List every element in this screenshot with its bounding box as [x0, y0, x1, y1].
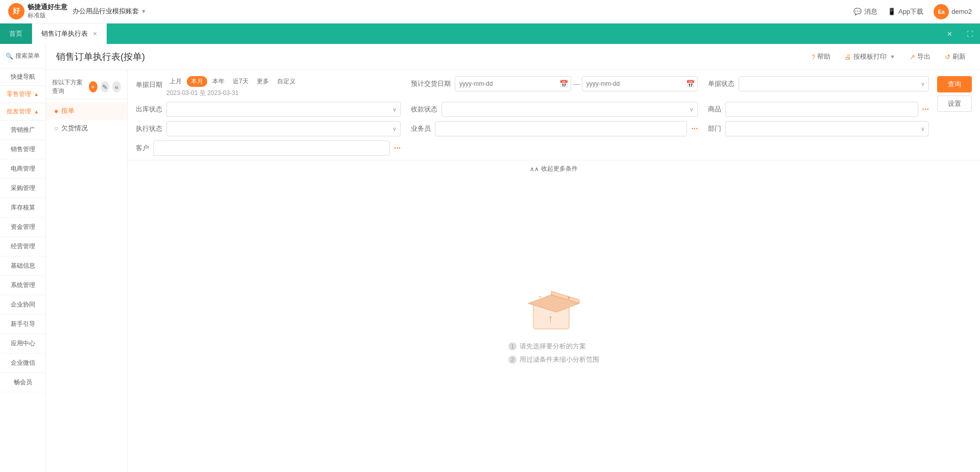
sidebar-item-vip-member[interactable]: 畅会员	[0, 373, 45, 392]
help-btn[interactable]: ? 帮助	[807, 50, 835, 63]
sidebar-item-marketing[interactable]: 营销推广	[0, 121, 45, 140]
date-btn-custom[interactable]: 自定义	[274, 76, 299, 87]
forecast-date-start-wrap: 📅	[455, 76, 571, 91]
goods-label: 商品	[708, 105, 721, 114]
settings-btn[interactable]: 设置	[937, 96, 972, 112]
page-body-wrapper: 按以下方案查询 + ✎ « ● 按单 ○ 欠货情况	[46, 70, 980, 472]
sidebar-item-ecommerce-mgmt[interactable]: 电商管理	[0, 159, 45, 179]
date-btn-more[interactable]: 更多	[254, 76, 272, 87]
sidebar-item-quick-nav[interactable]: 快捷导航	[0, 68, 45, 86]
tab-home[interactable]: 首页	[0, 23, 32, 44]
message-icon: 💬	[853, 8, 862, 15]
customer-field: 客户 ···	[136, 140, 401, 156]
goods-dots-btn[interactable]: ···	[922, 105, 929, 114]
delivery-status-field: 出库状态 ∨	[136, 102, 401, 117]
single-date-field: 单据日期 上月 本月 本年 近7天 更多 自定义	[136, 76, 401, 98]
empty-tips: 1 请先选择要分析的方案 2 用过滤条件来缩小分析范围	[508, 342, 599, 364]
sidebar-item-ops-mgmt[interactable]: 经营管理	[0, 237, 45, 256]
customer-dots-btn[interactable]: ···	[394, 144, 401, 153]
sidebar-search[interactable]: 🔍 搜索菜单	[0, 44, 45, 68]
receipt-status-select[interactable]	[442, 102, 698, 117]
page-actions: ? 帮助 🖨 按模板打印 ▼ ↗ 导出 ↺ 刷新	[807, 50, 970, 63]
sidebar-item-new-guide[interactable]: 新手引导	[0, 315, 45, 334]
date-quick-row: 上月 本月 本年 近7天 更多 自定义	[166, 76, 401, 87]
sidebar-item-finance-mgmt[interactable]: 资金管理	[0, 218, 45, 237]
tab-active[interactable]: 销售订单执行表 ×	[32, 23, 107, 44]
forecast-date-end-wrap: 📅	[582, 76, 698, 91]
message-btn[interactable]: 💬 消息	[853, 7, 877, 16]
sidebar-item-sys-mgmt[interactable]: 系统管理	[0, 276, 45, 295]
window-maximize-btn[interactable]: ⛶	[960, 23, 980, 44]
export-btn[interactable]: ↗ 导出	[905, 50, 935, 63]
svg-text:✦: ✦	[567, 295, 571, 301]
window-controls: ✕ ⛶	[939, 23, 980, 44]
content-right: 单据日期 上月 本月 本年 近7天 更多 自定义	[128, 70, 980, 472]
sidebar-item-retail-mgmt[interactable]: 零售管理 ▲	[0, 86, 45, 103]
customer-label: 客户	[136, 144, 149, 153]
empty-tip-2: 2 用过滤条件来缩小分析范围	[508, 355, 599, 364]
print-dropdown-arrow[interactable]: ▼	[890, 54, 895, 60]
empty-icon: ✦ ✦ ↑	[523, 286, 584, 337]
refresh-btn[interactable]: ↺ 刷新	[941, 50, 970, 63]
receipt-status-field: 收款状态 ∨	[411, 102, 698, 117]
customer-input[interactable]	[153, 140, 390, 156]
date-btn-7days[interactable]: 近7天	[230, 76, 252, 87]
delivery-status-select[interactable]	[166, 102, 401, 117]
refresh-icon: ↺	[945, 53, 950, 61]
header-nav[interactable]: 办公用品行业模拟账套 ▼	[72, 7, 146, 16]
query-btn[interactable]: 查询	[937, 76, 972, 92]
sidebar-item-wholesale-mgmt[interactable]: 批发管理 ▲	[0, 103, 45, 121]
salesperson-dots-btn[interactable]: ···	[691, 124, 698, 133]
exec-status-label: 执行状态	[136, 124, 162, 133]
sidebar-item-purchase-mgmt[interactable]: 采购管理	[0, 179, 45, 198]
goods-input[interactable]	[725, 102, 918, 117]
single-status-field: 单据状态 ∨	[708, 76, 929, 91]
forecast-date-end[interactable]	[582, 76, 698, 91]
tab-bar: 首页 销售订单执行表 × ✕ ⛶	[0, 23, 980, 44]
help-icon: ?	[812, 53, 815, 61]
arrears-icon: ○	[54, 124, 58, 132]
empty-tip-1: 1 请先选择要分析的方案	[508, 342, 586, 351]
page-title-bar: 销售订单执行表(按单) ? 帮助 🖨 按模板打印 ▼ ↗ 导出 ↺ 刷新	[46, 44, 980, 70]
date-btn-this-month[interactable]: 本月	[187, 76, 207, 87]
sidebar-item-enterprise-wechat[interactable]: 企业微信	[0, 353, 45, 373]
collapse-up-icon: ∧∧	[530, 166, 539, 173]
window-close-btn[interactable]: ✕	[939, 23, 960, 44]
tab-close-btn[interactable]: ×	[93, 30, 97, 38]
scheme-arrears[interactable]: ○ 欠货情况	[46, 120, 127, 137]
app-download-btn[interactable]: 📱 App下载	[888, 7, 923, 16]
top-bar-left: 好 畅捷通好生意 标准版 办公用品行业模拟账套 ▼	[8, 3, 146, 19]
sidebar-item-app-center[interactable]: 应用中心	[0, 334, 45, 353]
salesperson-input[interactable]	[435, 121, 687, 136]
sidebar-item-enterprise-collab[interactable]: 企业协同	[0, 295, 45, 315]
sidebar-item-sales-mgmt[interactable]: 销售管理	[0, 140, 45, 159]
scheme-add-btn[interactable]: +	[89, 81, 97, 92]
single-status-select[interactable]	[739, 76, 929, 91]
date-btn-last-month[interactable]: 上月	[166, 76, 185, 87]
scheme-press-single[interactable]: ● 按单	[46, 102, 127, 120]
collapse-bar[interactable]: ∧∧ 收起更多条件	[128, 160, 980, 177]
dept-select[interactable]	[725, 121, 929, 136]
exec-status-select[interactable]	[166, 121, 401, 136]
scheme-query-label: 按以下方案查询	[52, 78, 86, 96]
print-btn[interactable]: 🖨 按模板打印 ▼	[841, 50, 899, 63]
single-date-label: 单据日期	[136, 76, 162, 89]
dept-field: 部门 ∨	[708, 121, 929, 136]
export-icon: ↗	[910, 53, 915, 61]
content-area: 销售订单执行表(按单) ? 帮助 🖨 按模板打印 ▼ ↗ 导出 ↺ 刷新	[46, 44, 980, 472]
delivery-status-label: 出库状态	[136, 105, 162, 114]
date-btn-this-year[interactable]: 本年	[209, 76, 228, 87]
dept-label: 部门	[708, 124, 721, 133]
date-separator: —	[573, 80, 580, 88]
search-menu-btn[interactable]: 🔍 搜索菜单	[4, 49, 41, 63]
search-icon: 🔍	[6, 53, 13, 60]
sidebar-item-inventory[interactable]: 库存核算	[0, 198, 45, 218]
scheme-collapse-btn[interactable]: «	[112, 81, 121, 92]
scheme-edit-btn[interactable]: ✎	[101, 81, 109, 92]
svg-text:↑: ↑	[548, 312, 553, 325]
user-menu[interactable]: Ea demo2	[934, 4, 972, 19]
forecast-date-start[interactable]	[455, 76, 571, 91]
print-icon: 🖨	[845, 53, 851, 61]
empty-state: ✦ ✦ ↑ 1 请先选择要分析的方案	[128, 177, 980, 472]
sidebar-item-basic-info[interactable]: 基础信息	[0, 256, 45, 276]
